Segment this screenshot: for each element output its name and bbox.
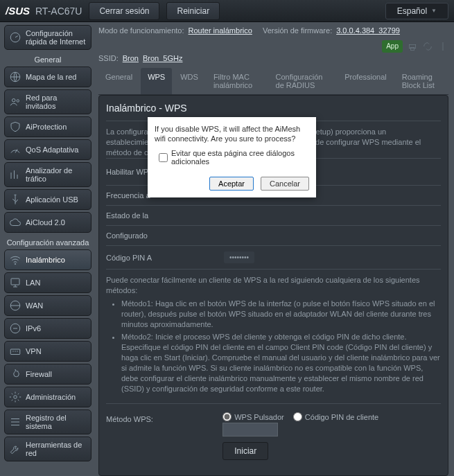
dialog-text: If you disable WPS, it will affect the A… (155, 124, 309, 143)
dialog-cancel-button[interactable]: Cancelar (261, 177, 309, 191)
dialog-ok-button[interactable]: Aceptar (209, 177, 254, 191)
prevent-dialogs-checkbox[interactable]: Evitar que esta página cree diálogos adi… (159, 149, 309, 166)
confirm-dialog: If you disable WPS, it will affect the A… (148, 117, 316, 197)
modal-backdrop: If you disable WPS, it will affect the A… (0, 0, 454, 476)
